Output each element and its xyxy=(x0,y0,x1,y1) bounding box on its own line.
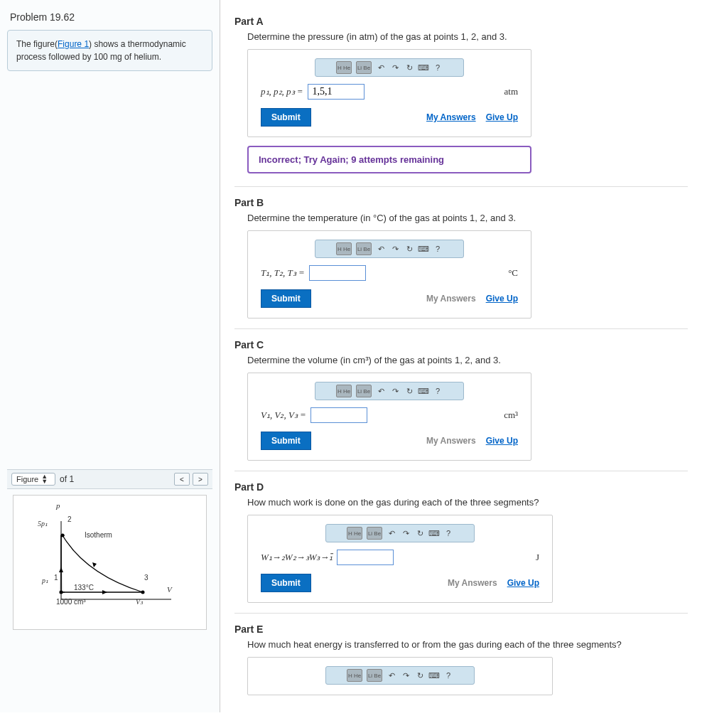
redo-icon[interactable]: ↷ xyxy=(390,244,400,254)
my-answers-link[interactable]: My Answers xyxy=(448,578,497,588)
help-icon[interactable]: ? xyxy=(443,670,453,680)
undo-icon[interactable]: ↶ xyxy=(387,528,396,538)
give-up-link[interactable]: Give Up xyxy=(486,112,518,122)
give-up-link[interactable]: Give Up xyxy=(507,578,539,588)
part-a-answer-box: H He Li Be ↶ ↷ ↻ ⌨ ? p₁, p₂, p₃ = atm Su… xyxy=(247,49,531,137)
main-content: Part A Determine the pressure (in atm) o… xyxy=(220,0,702,712)
periodic-btn-1[interactable]: H He xyxy=(347,527,362,540)
undo-icon[interactable]: ↶ xyxy=(376,244,386,254)
give-up-link[interactable]: Give Up xyxy=(486,436,518,446)
reset-icon[interactable]: ↻ xyxy=(404,386,414,396)
v-axis-label: V xyxy=(167,585,172,594)
reset-icon[interactable]: ↻ xyxy=(404,63,414,73)
equation-toolbar: H He Li Be ↶ ↷ ↻ ⌨ ? xyxy=(325,666,475,685)
part-a-unit: atm xyxy=(504,86,519,97)
periodic-btn-2[interactable]: Li Be xyxy=(356,385,372,397)
part-a-input[interactable] xyxy=(308,84,364,100)
part-a-title: Part A xyxy=(234,16,688,27)
equation-toolbar: H He Li Be ↶ ↷ ↻ ⌨ ? xyxy=(315,382,464,400)
periodic-btn-1[interactable]: H He xyxy=(336,61,352,74)
keyboard-icon[interactable]: ⌨ xyxy=(429,528,439,538)
reset-icon[interactable]: ↻ xyxy=(404,244,414,254)
part-b-input[interactable] xyxy=(309,265,366,281)
periodic-btn-2[interactable]: Li Be xyxy=(356,61,372,74)
equation-toolbar: H He Li Be ↶ ↷ ↻ ⌨ ? xyxy=(315,58,464,77)
svg-point-7 xyxy=(60,591,63,594)
part-d-unit: J xyxy=(536,552,539,563)
periodic-btn-2[interactable]: Li Be xyxy=(356,242,372,255)
point-1: 1 xyxy=(54,574,58,582)
help-icon[interactable]: ? xyxy=(433,386,443,396)
help-icon[interactable]: ? xyxy=(443,528,453,538)
keyboard-icon[interactable]: ⌨ xyxy=(418,63,428,73)
part-c-title: Part C xyxy=(234,339,688,350)
periodic-btn-1[interactable]: H He xyxy=(347,669,362,682)
svg-marker-10 xyxy=(59,567,63,572)
undo-icon[interactable]: ↶ xyxy=(387,670,396,680)
submit-button[interactable]: Submit xyxy=(261,108,311,127)
part-d-var: W₁→₂W₂→₃W₃→₁̄ xyxy=(261,552,333,563)
undo-icon[interactable]: ↶ xyxy=(376,63,386,73)
part-b-title: Part B xyxy=(234,197,688,208)
redo-icon[interactable]: ↷ xyxy=(401,528,411,538)
submit-button[interactable]: Submit xyxy=(261,574,311,592)
p-axis-label: p xyxy=(56,501,60,510)
part-c-unit: cm³ xyxy=(504,410,518,421)
keyboard-icon[interactable]: ⌨ xyxy=(429,670,439,680)
reset-icon[interactable]: ↻ xyxy=(415,670,425,680)
equation-toolbar: H He Li Be ↶ ↷ ↻ ⌨ ? xyxy=(315,240,464,258)
help-icon[interactable]: ? xyxy=(433,244,443,254)
point-3: 3 xyxy=(144,574,148,582)
figure-next-button[interactable]: > xyxy=(193,473,208,486)
submit-button[interactable]: Submit xyxy=(261,289,311,308)
isotherm-label: Isotherm xyxy=(85,531,112,539)
part-c-answer-box: H He Li Be ↶ ↷ ↻ ⌨ ? V₁, V₂, V₃ = cm³ Su… xyxy=(247,373,531,461)
left-sidebar: Problem 19.62 The figure(Figure 1) shows… xyxy=(0,0,220,712)
keyboard-icon[interactable]: ⌨ xyxy=(418,244,428,254)
periodic-btn-1[interactable]: H He xyxy=(336,242,352,255)
part-d-input[interactable] xyxy=(337,550,394,565)
part-e-answer-box: H He Li Be ↶ ↷ ↻ ⌨ ? xyxy=(247,657,553,695)
figure-prev-button[interactable]: < xyxy=(174,473,190,486)
redo-icon[interactable]: ↷ xyxy=(390,386,400,396)
redo-icon[interactable]: ↷ xyxy=(390,63,400,73)
reset-icon[interactable]: ↻ xyxy=(415,528,425,538)
figure-image: p 5p₁ p₁ 2 1 3 Isotherm 133°C 1000 cm³ V… xyxy=(13,495,207,630)
periodic-btn-2[interactable]: Li Be xyxy=(367,669,382,682)
undo-icon[interactable]: ↶ xyxy=(376,386,386,396)
y-top-tick: 5p₁ xyxy=(38,520,48,528)
part-c-input[interactable] xyxy=(310,407,367,423)
periodic-btn-2[interactable]: Li Be xyxy=(367,527,382,540)
help-icon[interactable]: ? xyxy=(433,63,443,73)
stepper-icon: ▲▼ xyxy=(41,474,48,484)
part-e-prompt: How much heat energy is transferred to o… xyxy=(247,639,688,650)
my-answers-link[interactable]: My Answers xyxy=(426,436,476,446)
keyboard-icon[interactable]: ⌨ xyxy=(418,386,428,396)
part-a-feedback: Incorrect; Try Again; 9 attempts remaini… xyxy=(247,146,531,173)
svg-marker-12 xyxy=(92,562,97,567)
part-b-answer-box: H He Li Be ↶ ↷ ↻ ⌨ ? T₁, T₂, T₃ = °C Sub… xyxy=(247,230,531,318)
temp-label: 133°C xyxy=(74,584,94,592)
y-bot-tick: p₁ xyxy=(42,577,48,584)
part-e-title: Part E xyxy=(234,623,688,635)
part-a-prompt: Determine the pressure (in atm) of the g… xyxy=(247,31,688,42)
part-d-prompt: How much work is done on the gas during … xyxy=(247,497,688,508)
part-b-var: T₁, T₂, T₃ = xyxy=(261,267,305,279)
redo-icon[interactable]: ↷ xyxy=(401,670,411,680)
part-a-var: p₁, p₂, p₃ = xyxy=(261,86,303,97)
part-d-title: Part D xyxy=(234,481,688,493)
equation-toolbar: H He Li Be ↶ ↷ ↻ ⌨ ? xyxy=(325,524,475,542)
submit-button[interactable]: Submit xyxy=(261,432,311,450)
my-answers-link[interactable]: My Answers xyxy=(426,112,476,122)
figure-count: of 1 xyxy=(60,474,74,484)
x-right-tick: V₃ xyxy=(136,598,143,606)
part-b-unit: °C xyxy=(508,267,518,279)
figure-select-label: Figure xyxy=(16,475,38,483)
figure-link[interactable]: Figure 1 xyxy=(58,39,89,49)
figure-header: Figure ▲▼ of 1 < > xyxy=(7,469,212,489)
give-up-link[interactable]: Give Up xyxy=(486,294,518,304)
my-answers-link[interactable]: My Answers xyxy=(426,294,476,304)
svg-point-8 xyxy=(61,534,65,537)
figure-select[interactable]: Figure ▲▼ xyxy=(11,473,55,486)
periodic-btn-1[interactable]: H He xyxy=(336,385,352,397)
